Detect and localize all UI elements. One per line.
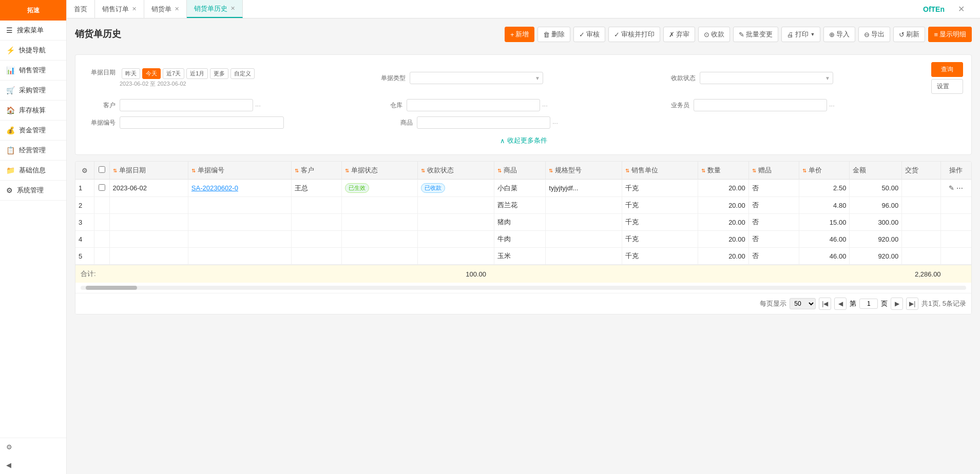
page-last-button[interactable]: ▶| [906, 298, 918, 310]
export-button[interactable]: ⊖ 导出 [858, 27, 890, 42]
footer-total-qty: 100.00 [445, 270, 486, 278]
tab-sales-goods[interactable]: 销货单 ✕ [144, 0, 187, 18]
cell-checkbox[interactable] [94, 180, 109, 197]
th-checkbox[interactable] [94, 162, 109, 180]
window-close-button[interactable]: ✕ [951, 4, 972, 14]
th-qty[interactable]: ⇅ 数量 [698, 162, 748, 180]
warehouse-dots[interactable]: ··· [542, 102, 548, 109]
collect-button[interactable]: ⊙ 收款 [698, 27, 730, 42]
cell-checkbox[interactable] [94, 248, 109, 265]
docno-input[interactable] [120, 116, 284, 129]
cell-goods: 牛肉 [494, 231, 545, 248]
page-next-button[interactable]: ▶ [891, 298, 903, 310]
sidebar-bottom-collapse[interactable]: ◀ [0, 456, 66, 474]
audit-print-button[interactable]: ✓ 审核并打印 [608, 27, 660, 42]
salesperson-dots[interactable]: ··· [829, 102, 835, 109]
page-first-button[interactable]: |◀ [819, 298, 831, 310]
settings-filter-button[interactable]: 设置 [931, 79, 963, 94]
cell-price: 2.50 [799, 180, 850, 197]
date-btn-yesterday[interactable]: 昨天 [122, 68, 140, 79]
th-goods-label: 商品 [504, 166, 517, 175]
date-btn-more[interactable]: 更多 [210, 68, 228, 79]
sidebar-item-sales-mgmt[interactable]: 📊 销售管理 [0, 61, 66, 81]
salesperson-section: 业务员 ··· [658, 99, 914, 111]
batch-change-button[interactable]: ✎ 批量变更 [733, 27, 778, 42]
tab-sales-history-close[interactable]: ✕ [230, 5, 235, 12]
operations-icon: 📋 [6, 146, 15, 154]
th-payment-status[interactable]: ⇅ 收款状态 [418, 162, 494, 180]
sidebar-item-basic-info[interactable]: 📁 基础信息 [0, 161, 66, 181]
goods-input[interactable] [417, 116, 550, 129]
th-settings[interactable]: ⚙ [75, 162, 94, 180]
tab-bar-right: OfTEn ✕ [915, 4, 980, 14]
sidebar-item-quick-nav[interactable]: ⚡ 快捷导航 [0, 41, 66, 61]
refresh-button[interactable]: ↺ 刷新 [893, 27, 925, 42]
page-number-input[interactable] [859, 299, 878, 309]
horizontal-scrollbar[interactable] [81, 286, 966, 290]
payment-status-select[interactable] [700, 72, 833, 84]
more-op-icon[interactable]: ⋯ [956, 184, 963, 192]
page-prev-button[interactable]: ◀ [834, 298, 847, 310]
tab-sales-order-close[interactable]: ✕ [132, 6, 137, 12]
cell-checkbox[interactable] [94, 214, 109, 231]
import-button[interactable]: ⊕ 导入 [823, 27, 855, 42]
page-label-before: 第 [850, 299, 856, 308]
goods-dots[interactable]: ··· [552, 119, 558, 127]
cell-checkbox[interactable] [94, 197, 109, 214]
tab-sales-order[interactable]: 销售订单 ✕ [95, 0, 144, 18]
th-unit[interactable]: ⇅ 销售单位 [622, 162, 698, 180]
page-label-after: 页 [881, 299, 888, 308]
sidebar-item-purchase-mgmt[interactable]: 🛒 采购管理 [0, 81, 66, 101]
th-gift-label: 赠品 [758, 166, 772, 175]
doc-type-select[interactable] [410, 72, 543, 84]
th-docno[interactable]: ⇅ 单据编号 [188, 162, 291, 180]
th-spec[interactable]: ⇅ 规格型号 [546, 162, 622, 180]
main-area: 首页 销售订单 ✕ 销货单 ✕ 销货单历史 ✕ OfTEn ✕ 销货单历史 + [67, 0, 980, 474]
select-all-checkbox[interactable] [99, 166, 105, 173]
sales-mgmt-icon: 📊 [6, 66, 15, 74]
date-btn-today[interactable]: 今天 [142, 68, 161, 79]
th-goods[interactable]: ⇅ 商品 [494, 162, 545, 180]
show-detail-button[interactable]: ≡ 显示明细 [928, 27, 972, 42]
tab-sales-history[interactable]: 销货单历史 ✕ [187, 0, 243, 18]
sidebar-item-inventory[interactable]: 🏠 库存核算 [0, 101, 66, 121]
tab-home[interactable]: 首页 [67, 0, 95, 18]
edit-op-icon[interactable]: ✎ [949, 184, 954, 192]
audit-button[interactable]: ✓ 审核 [573, 27, 605, 42]
warehouse-input[interactable] [407, 99, 540, 111]
sidebar-item-finance[interactable]: 💰 资金管理 [0, 121, 66, 141]
customer-dots[interactable]: ··· [255, 102, 261, 109]
th-price[interactable]: ⇅ 单价 [799, 162, 850, 180]
th-gift[interactable]: ⇅ 赠品 [748, 162, 799, 180]
cell-amount: 300.00 [850, 214, 902, 231]
docno-link[interactable]: SA-20230602-0 [191, 184, 238, 192]
add-button[interactable]: + 新增 [505, 27, 535, 42]
th-customer[interactable]: ⇅ 客户 [291, 162, 341, 180]
query-button[interactable]: 查询 [931, 62, 963, 77]
scrollbar-thumb[interactable] [86, 286, 137, 290]
date-btn-custom[interactable]: 自定义 [230, 68, 255, 79]
delete-label: 删除 [551, 30, 565, 39]
row-checkbox[interactable] [99, 184, 105, 191]
salesperson-input[interactable] [694, 99, 827, 111]
table-row: 3猪肉千克20.00否15.00300.00 [75, 214, 971, 231]
th-date[interactable]: ⇅ 单据日期 [109, 162, 188, 180]
tab-sales-goods-close[interactable]: ✕ [175, 6, 179, 12]
sidebar-item-operations[interactable]: 📋 经营管理 [0, 141, 66, 161]
date-btn-7days[interactable]: 近7天 [163, 68, 184, 79]
settings-icon: ⚙ [82, 167, 88, 174]
abandon-button[interactable]: ✗ 弃审 [663, 27, 695, 42]
customer-input[interactable] [120, 99, 253, 111]
page-size-select[interactable]: 50 100 [790, 298, 816, 309]
cell-checkbox[interactable] [94, 231, 109, 248]
delete-button[interactable]: 🗑 删除 [537, 27, 570, 42]
print-button[interactable]: 🖨 打印 ▼ [781, 27, 820, 42]
collapse-button[interactable]: ∧ 收起更多条件 [84, 134, 963, 147]
th-doc-status[interactable]: ⇅ 单据状态 [341, 162, 418, 180]
footer-total-amount: 2,286.00 [915, 270, 966, 278]
sidebar-item-search-menu[interactable]: ☰ 搜索菜单 [0, 21, 66, 41]
sidebar-bottom-settings[interactable]: ⚙ [0, 438, 66, 456]
batch-change-icon: ✎ [739, 31, 744, 38]
sidebar-item-sys-mgmt[interactable]: ⚙ 系统管理 [0, 181, 66, 201]
date-btn-1month[interactable]: 近1月 [186, 68, 208, 79]
